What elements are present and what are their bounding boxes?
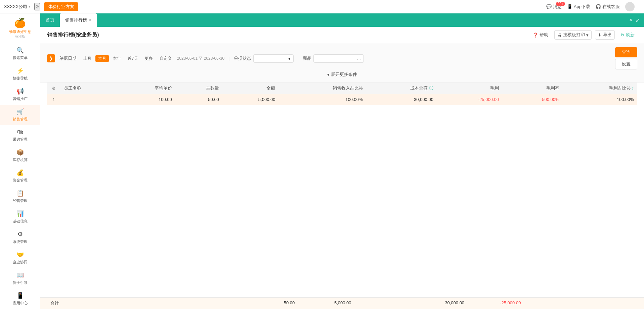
date-tab-this-year[interactable]: 本年: [110, 55, 124, 62]
cell-gross-profit: -25,000.00: [437, 94, 502, 105]
online-service-label: 在线客服: [602, 4, 620, 10]
sidebar-label-enterprise: 企业协同: [13, 260, 28, 265]
logo-icon: 🍊: [14, 17, 26, 29]
col-qty: 主数量: [175, 83, 222, 94]
filter-toggle-button[interactable]: ❯: [47, 54, 55, 62]
cost-info-icon: ⓘ: [429, 86, 433, 91]
enterprise-icon: 🤝: [16, 251, 24, 258]
sidebar-item-finance[interactable]: 💰 资金管理: [0, 166, 40, 186]
sidebar-label-sales: 销售管理: [13, 117, 28, 122]
company-selector[interactable]: XXXXX公司 ▾: [4, 4, 30, 10]
refresh-button[interactable]: ↻ 刷新: [618, 31, 637, 39]
message-badge: 99+: [556, 2, 565, 6]
cell-revenue-pct: 100.00%: [278, 94, 366, 105]
sidebar-item-enterprise[interactable]: 🤝 企业协同: [0, 248, 40, 268]
col-avg-price: 平均单价: [118, 83, 175, 94]
help-icon: ❓: [533, 33, 538, 38]
content-area: 首页 销售排行榜 × × ⤢ 销售排行榜(按业务员) ❓ 帮助: [40, 13, 644, 309]
col-gross-profit: 毛利: [437, 83, 502, 94]
date-tab-last-month[interactable]: 上月: [81, 55, 94, 62]
purchase-icon: 🛍: [17, 128, 23, 136]
col-gross-rate: 毛利率: [502, 83, 563, 94]
footer-gross-profit: -25,000.00: [468, 300, 524, 306]
company-chevron: ▾: [29, 5, 30, 8]
goods-input[interactable]: ...: [313, 54, 364, 63]
avatar[interactable]: [625, 2, 635, 11]
footer-cost: 30,000.00: [411, 300, 468, 306]
sidebar-item-guide[interactable]: 📖 新手引导: [0, 268, 40, 289]
table-row: 1 100.00 50.00 5,000.00 100.00% 30,000.0…: [47, 94, 637, 105]
help-button[interactable]: ❓ 帮助: [530, 31, 551, 39]
tab-home-label: 首页: [46, 17, 54, 23]
company-name: XXXXX公司: [4, 4, 27, 10]
logo-sub: 标准版: [15, 34, 25, 39]
sidebar-item-shortcuts[interactable]: ⚡ 快捷导航: [0, 64, 40, 84]
sidebar-item-purchase[interactable]: 🛍 采购管理: [0, 125, 40, 145]
settings-icon[interactable]: ⚙: [34, 3, 40, 10]
status-select[interactable]: ▾: [253, 54, 294, 63]
right-buttons: 查询 设置: [615, 47, 637, 69]
sidebar-label-operations: 经营管理: [13, 198, 28, 203]
tab-sales-ranking[interactable]: 销售排行榜 ×: [60, 13, 97, 27]
basics-icon: 📊: [16, 210, 24, 217]
sidebar-item-basics[interactable]: 📊 基础信息: [0, 207, 40, 227]
operations-icon: 📋: [16, 190, 24, 197]
expand-icon: ▾: [327, 72, 330, 77]
query-button[interactable]: 查询: [615, 47, 637, 57]
footer-gross-pct: [581, 300, 637, 306]
date-tab-7days[interactable]: 近7天: [125, 55, 141, 62]
column-settings-button[interactable]: 设置: [615, 59, 637, 69]
tab-close-icon[interactable]: ×: [89, 18, 91, 22]
online-service-button[interactable]: 🎧 在线客服: [596, 4, 620, 10]
maximize-icon[interactable]: ⤢: [636, 17, 640, 23]
sidebar-item-inventory[interactable]: 📦 库存核算: [0, 145, 40, 166]
print-button[interactable]: 🖨 按模板打印 ▾: [554, 30, 592, 40]
minimize-icon[interactable]: ×: [629, 17, 632, 23]
trial-button[interactable]: 体验行业方案: [44, 2, 78, 11]
expand-row: ▾ 展开更多条件: [47, 69, 637, 78]
cell-qty: 50.00: [175, 94, 222, 105]
date-tab-this-month[interactable]: 本月: [95, 55, 109, 62]
footer-row: 合计 50.00 5,000.00 30,000.00 -25,000.00: [47, 300, 637, 306]
search-icon: 🔍: [16, 47, 24, 54]
tab-active-label: 销售排行榜: [65, 17, 87, 23]
sidebar-label-purchase: 采购管理: [13, 137, 28, 142]
expand-more-button[interactable]: ▾ 展开更多条件: [327, 71, 357, 78]
cell-rank: 1: [47, 94, 60, 105]
sidebar-item-appstore[interactable]: 📱 应用中心: [0, 289, 40, 309]
sidebar-item-marketing[interactable]: 📢 营销推广: [0, 84, 40, 105]
page-title: 销售排行榜(按业务员): [47, 32, 530, 39]
date-tab-custom[interactable]: 自定义: [157, 55, 174, 62]
date-tab-more[interactable]: 更多: [142, 55, 156, 62]
top-bar: XXXXX公司 ▾ ⚙ 体验行业方案 💬 消息 99+ 📱 App下载 🎧 在线…: [0, 0, 644, 13]
footer-label: 合计: [47, 300, 128, 306]
footer-revenue-pct: [355, 300, 411, 306]
cell-avg-price: 100.00: [118, 94, 175, 105]
sidebar-item-system[interactable]: ⚙ 系统管理: [0, 227, 40, 248]
app-dl-label: App下载: [574, 4, 590, 10]
finance-icon: 💰: [16, 169, 24, 176]
tab-bar: 首页 销售排行榜 × × ⤢: [40, 13, 644, 27]
tab-home[interactable]: 首页: [40, 13, 60, 27]
sidebar-label-system: 系统管理: [13, 239, 28, 244]
footer-qty: 50.00: [242, 300, 298, 306]
sidebar-label-appstore: 应用中心: [13, 301, 28, 306]
cell-name: [60, 94, 118, 105]
date-range: 2023-06-01 至 2023-06-30: [177, 56, 224, 61]
col-revenue-pct: 销售收入占比%: [278, 83, 366, 94]
data-table: ⚙ 员工名称 平均单价 主数量 全额 销售收入占比% 成本全额 ⓘ 毛利: [47, 83, 637, 105]
table-footer: 合计 50.00 5,000.00 30,000.00 -25,000.00: [40, 297, 644, 309]
column-settings-icon[interactable]: ⚙: [52, 86, 56, 91]
app-download-button[interactable]: 📱 App下载: [567, 4, 590, 10]
sidebar-item-search[interactable]: 🔍 搜索菜单: [0, 43, 40, 64]
date-tabs: 上月 本月 本年 近7天 更多 自定义 2023-06-01 至 2023-06…: [81, 55, 224, 62]
message-button[interactable]: 💬 消息 99+: [546, 4, 562, 10]
export-button[interactable]: ⬇ 导出: [595, 30, 615, 40]
lightning-icon: ⚡: [16, 67, 24, 74]
refresh-icon: ↻: [621, 33, 625, 38]
sidebar-item-operations[interactable]: 📋 经营管理: [0, 186, 40, 207]
cell-cost: 30,000.00: [366, 94, 437, 105]
sidebar-item-sales[interactable]: 🛒 销售管理: [0, 105, 40, 125]
goods-label: 商品: [303, 55, 311, 61]
print-icon: 🖨: [557, 33, 562, 38]
